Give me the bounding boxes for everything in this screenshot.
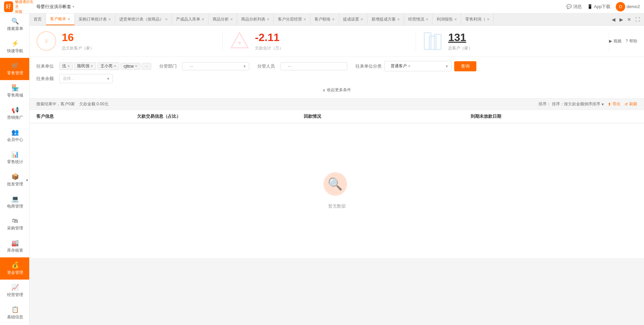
- person-more-icon: ···: [288, 64, 291, 69]
- sidebar-item-search[interactable]: 🔍 搜索菜单: [0, 13, 29, 36]
- tab-fullscreen[interactable]: ⛶: [634, 16, 641, 23]
- finance-icon: 💰: [11, 261, 19, 269]
- tab-product-analysis-list[interactable]: 商品分析列表 ✕: [237, 13, 274, 25]
- store-name: 母婴行业演示帐套: [36, 4, 71, 10]
- unit-class-label: 往来单位分类: [355, 63, 382, 69]
- member-center-icon: 👥: [11, 129, 19, 136]
- help-icon: ?: [626, 39, 628, 43]
- export-button[interactable]: ⬆ 导出: [608, 101, 620, 107]
- tab-close-all[interactable]: ✕: [626, 16, 633, 23]
- tag-close-normal-customer[interactable]: ✕: [408, 64, 411, 68]
- tab-bar: 首页 客户账本 ✕ 采购订单统计表 ✕ 进货单统计表（按商品） ✕ 产成品入库单…: [30, 13, 644, 26]
- sidebar-item-retail-mall[interactable]: 🏪 零售商城: [0, 80, 29, 102]
- message-button[interactable]: 💬 消息: [566, 4, 582, 10]
- tab-business-situation[interactable]: 经营情况 ✕: [404, 13, 433, 25]
- tab-close-icon[interactable]: ✕: [165, 17, 168, 21]
- total-customers-value: 131: [448, 31, 472, 44]
- operations-icon: 📈: [11, 284, 19, 291]
- sidebar-item-inventory[interactable]: 🏭 库存核算: [0, 235, 29, 257]
- avatar: D: [616, 2, 625, 11]
- person-select[interactable]: ···: [280, 62, 347, 70]
- sidebar-item-ecommerce[interactable]: 💻 电商管理: [0, 191, 29, 213]
- top-bar-left: 好 畅捷通好生意 标版 母婴行业演示帐套 ▾: [4, 0, 74, 14]
- tab-close-icon[interactable]: ✕: [303, 17, 306, 21]
- sidebar-label-marketing: 营销推广: [7, 115, 23, 120]
- retail-stats-icon: 📊: [11, 151, 19, 158]
- tab-stock-stats[interactable]: 进货单统计表（按商品） ✕: [115, 13, 172, 25]
- query-button[interactable]: 查询: [454, 61, 476, 71]
- store-selector[interactable]: 母婴行业演示帐套 ▾: [36, 4, 74, 10]
- tag-close-chen[interactable]: ✕: [90, 64, 93, 68]
- tag-close-wang[interactable]: ✕: [114, 64, 116, 68]
- tab-close-icon[interactable]: ✕: [230, 17, 233, 21]
- department-select[interactable]: ··· ▾: [182, 62, 249, 70]
- filter-tag-normal-customer[interactable]: 普通客户 ✕: [388, 63, 413, 70]
- tab-customer-layered[interactable]: 客户分层经营 ✕: [274, 13, 310, 25]
- tab-close-icon[interactable]: ✕: [397, 17, 400, 21]
- tab-close-icon[interactable]: ✕: [267, 17, 269, 21]
- tab-close-icon[interactable]: ✕: [332, 17, 335, 21]
- tab-close-icon[interactable]: ✕: [487, 17, 489, 21]
- collapse-up-icon: ∧: [323, 88, 326, 93]
- user-menu[interactable]: D demo2: [616, 2, 640, 11]
- filter-tag-chen[interactable]: 陈民强 ✕: [74, 62, 96, 70]
- unit-class-select[interactable]: 普通客户 ✕ ▾: [384, 61, 452, 71]
- tab-close-icon[interactable]: ✕: [454, 17, 457, 21]
- tab-product-analysis[interactable]: 商品分析 ✕: [209, 13, 237, 25]
- filter-tag-wu[interactable]: 伍 ✕: [59, 62, 73, 70]
- tab-close-icon[interactable]: ✕: [360, 17, 363, 21]
- tab-new-promote-plan[interactable]: 新增提成方案 ✕: [368, 13, 404, 25]
- unit-label: 往来单位: [36, 63, 56, 69]
- tab-retail-profit[interactable]: 零售利润（ ✕: [461, 13, 494, 25]
- stat-debt-amount: ✦ -2.11 欠款合计（万）: [223, 31, 416, 51]
- video-button[interactable]: ▶ 视频: [609, 38, 621, 44]
- balance-select[interactable]: 选择... ▾: [59, 74, 113, 83]
- app-download-button[interactable]: 📱 App下载: [587, 4, 610, 10]
- filter-tag-wang[interactable]: 王小亮 ✕: [97, 62, 119, 70]
- stat-debtors: ¥ 16 总欠款客户（家）: [36, 31, 223, 51]
- empty-text: 暂无数据: [328, 203, 346, 209]
- tab-close-icon[interactable]: ✕: [68, 17, 70, 21]
- total-customers-icon: [423, 31, 443, 51]
- tag-close-cjttcw[interactable]: ✕: [135, 64, 137, 68]
- sidebar-item-retail-stats[interactable]: 📊 零售统计: [0, 147, 29, 169]
- sidebar-item-purchase[interactable]: 🛍 采购管理: [0, 213, 29, 235]
- tab-production-instock[interactable]: 产成品入库单 ✕: [172, 13, 209, 25]
- export-icon: ⬆: [608, 102, 611, 107]
- tab-customer-ledger[interactable]: 客户账本 ✕: [46, 13, 75, 25]
- sidebar-item-finance[interactable]: 💰 资金管理: [0, 257, 29, 280]
- collapse-button[interactable]: ∧ 收起更多条件: [36, 86, 637, 94]
- refresh-button[interactable]: ↺ 刷新: [625, 101, 637, 107]
- message-icon: 💬: [566, 4, 572, 9]
- sidebar-item-wholesale[interactable]: 📦 批发管理: [0, 169, 29, 191]
- tag-close-wu[interactable]: ✕: [67, 64, 70, 68]
- tab-close-icon[interactable]: ✕: [108, 17, 111, 21]
- svg-text:¥: ¥: [44, 37, 49, 45]
- filter-tag-more[interactable]: ···: [142, 63, 151, 70]
- sidebar-item-basic-info[interactable]: 📋 基础信息: [0, 302, 29, 324]
- tab-promote-settings[interactable]: 提成设置 ✕: [339, 13, 368, 25]
- tab-close-icon[interactable]: ✕: [426, 17, 428, 21]
- tab-scroll-left[interactable]: ◀: [610, 16, 617, 23]
- tab-home[interactable]: 首页: [30, 13, 46, 25]
- tab-profit-report[interactable]: 利润报告 ✕: [433, 13, 461, 25]
- tab-close-icon[interactable]: ✕: [202, 17, 204, 21]
- filter-tag-cjttcw[interactable]: cjttcw ✕: [121, 63, 140, 70]
- col-debt-transactions: 欠款交易信息（占比）: [137, 113, 304, 119]
- sidebar-label-inventory: 库存核算: [7, 248, 23, 253]
- sidebar-item-marketing[interactable]: 📢 营销推广: [0, 102, 29, 124]
- sidebar-item-quick-nav[interactable]: ⚡ 快捷导航: [0, 36, 29, 58]
- filter-row-balance: 往来余额 选择... ▾: [36, 74, 637, 83]
- balance-placeholder: 选择...: [63, 76, 74, 81]
- tab-purchase-order-stats[interactable]: 采购订单统计表 ✕: [75, 13, 115, 25]
- sidebar-item-retail-mgmt[interactable]: 🛒 零售管理: [0, 58, 29, 80]
- quick-nav-icon: ⚡: [11, 40, 19, 47]
- tab-scroll-right[interactable]: ▶: [618, 16, 625, 23]
- help-button[interactable]: ? 帮助: [626, 38, 637, 44]
- sort-select[interactable]: 排序： 排序：按欠款金额倒序排序 ▾: [539, 101, 604, 107]
- sidebar-item-member-center[interactable]: 👥 会员中心: [0, 124, 29, 147]
- sidebar-item-operations[interactable]: 📈 经营管理: [0, 280, 29, 302]
- tab-customer-contact[interactable]: 客户联络 ✕: [310, 13, 339, 25]
- data-table: 客户信息 欠款交易信息（占比） 回款情况 到期未放款日期 🔍 暂无数据: [30, 110, 644, 258]
- results-summary: 搜索结果中，客户0家 欠款金额 0.00元: [36, 101, 109, 107]
